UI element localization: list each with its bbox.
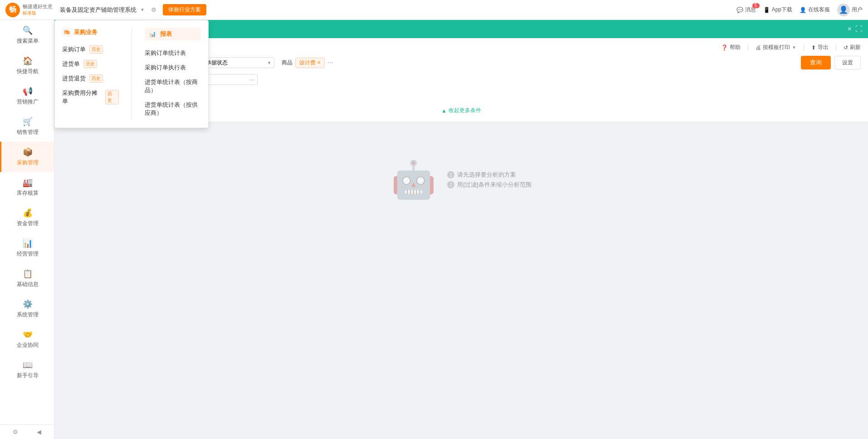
menu-item-purchase-order-exec[interactable]: 采购订单执行表 (145, 60, 201, 75)
menu-item-purchase-expense[interactable]: 采购费用分摊单 历史 (62, 86, 119, 109)
divider-1 (748, 44, 748, 51)
export-icon: ⬆ (811, 44, 816, 51)
export-btn[interactable]: ⬆ 导出 (811, 44, 829, 51)
header-middle: 装备及固定资产辅助管理系统 ▼ ⚙ 体验行业方案 (60, 4, 736, 15)
sidebar-item-enterprise[interactable]: 🤝 企业协同 (0, 324, 54, 355)
system-title: 装备及固定资产辅助管理系统 (60, 6, 137, 14)
tab-close-all-btn[interactable]: × (848, 25, 852, 33)
sidebar-settings-btn[interactable]: ⚙ (13, 429, 18, 435)
message-icon: 💬 (736, 7, 743, 13)
message-btn[interactable]: 💬 消息 5 (736, 6, 756, 14)
refresh-btn[interactable]: ↺ 刷新 (844, 44, 861, 51)
sidebar: 🔍 搜索菜单 🏠 快捷导航 📢 营销推广 🛒 销售管理 📦 采购管理 🏭 库存核… (0, 20, 54, 439)
sales-icon: 🛒 (23, 117, 33, 127)
system-title-dropdown[interactable]: ▼ (140, 7, 145, 12)
goods-tag-close-btn[interactable]: × (317, 59, 321, 66)
empty-tip-1: 1 请先选择要分析的方案 (447, 171, 531, 179)
menu-item-goods-stat-by-supplier[interactable]: 进货单统计表（按供应商） (145, 98, 201, 120)
app-download-btn[interactable]: 📱 App下载 (763, 6, 792, 14)
purchase-title-icon: 🛍 (62, 28, 71, 37)
sidebar-item-marketing[interactable]: 📢 营销推广 (0, 81, 54, 111)
tip-num-2: 2 (447, 181, 454, 188)
goods-field: 商品 设计费 × ··· (282, 58, 333, 68)
query-actions: 查询 设置 (801, 56, 861, 69)
marketing-icon: 📢 (23, 86, 33, 96)
sidebar-item-search[interactable]: 🔍 搜索菜单 (0, 20, 54, 50)
menu-divider (132, 28, 132, 120)
sidebar-item-inventory[interactable]: 🏭 库存核算 (0, 172, 54, 202)
sidebar-collapse-btn[interactable]: ◀ (37, 429, 41, 435)
goods-more-btn[interactable]: ··· (327, 59, 333, 67)
history-tag-2: 历史 (89, 74, 103, 83)
print-dropdown-icon: ▼ (792, 45, 796, 50)
message-badge: 5 (752, 3, 760, 8)
print-icon: 🖨 (756, 44, 761, 51)
goods-label: 商品 (282, 59, 293, 67)
order-status-select[interactable]: 单据状态 (202, 57, 274, 68)
query-btn[interactable]: 查询 (801, 56, 831, 69)
sidebar-item-sales[interactable]: 🛒 销售管理 (0, 111, 54, 142)
sidebar-bottom: ⚙ ◀ (0, 424, 54, 439)
logo-badge: 标准版 (23, 10, 53, 16)
sidebar-item-guide[interactable]: 📖 新手引导 (0, 355, 54, 385)
tab-expand-btn[interactable]: ⛶ (855, 25, 863, 33)
purchase-menu-column: 🛍 采购业务 采购订单 历史 进货单 历史 进货退货 历史 采购费用分摊单 历史 (62, 28, 119, 120)
purchase-icon: 📦 (23, 147, 33, 157)
finance-icon: 💰 (23, 208, 33, 218)
history-tag-3: 历史 (105, 90, 118, 104)
menu-item-goods-stat-by-goods[interactable]: 进货单统计表（按商品） (145, 75, 201, 98)
avatar: 👤 (837, 4, 850, 16)
user-btn[interactable]: 👤 用户 (837, 4, 863, 16)
history-tag-1: 历史 (83, 60, 97, 68)
sidebar-item-purchase[interactable]: 📦 采购管理 (0, 142, 54, 172)
collapse-up-icon: ▲ (441, 108, 447, 114)
sidebar-item-basic-info[interactable]: 📋 基础信息 (0, 263, 54, 294)
search-icon: 🔍 (23, 25, 33, 35)
logo-icon: 畅 (5, 3, 20, 17)
industry-btn[interactable]: 体验行业方案 (163, 4, 206, 15)
home-icon: 🏠 (23, 56, 33, 66)
inventory-icon: 🏭 (23, 178, 33, 187)
sidebar-item-system[interactable]: ⚙️ 系统管理 (0, 294, 54, 324)
menu-item-purchase-order-stat[interactable]: 采购订单统计表 (145, 46, 201, 60)
menu-item-goods-return[interactable]: 进货退货 历史 (62, 71, 119, 86)
divider-3 (836, 44, 836, 51)
logo-text: 畅捷通好生意 (23, 3, 53, 10)
goods-tag: 设计费 × (295, 58, 325, 68)
purchase-dropdown-menu: 🛍 采购业务 采购订单 历史 进货单 历史 进货退货 历史 采购费用分摊单 历史… (54, 20, 209, 128)
system-icon: ⚙️ (23, 299, 33, 309)
empty-state-illustration: 🤖 (391, 158, 436, 201)
empty-tip-2: 2 用[过滤]条件来缩小分析范围 (447, 181, 531, 189)
header-settings-btn[interactable]: ⚙ (148, 5, 159, 15)
divider-2 (804, 44, 804, 51)
sidebar-item-quick-nav[interactable]: 🏠 快捷导航 (0, 50, 54, 81)
history-tag-0: 历史 (89, 45, 103, 54)
sidebar-item-operations[interactable]: 📊 经营管理 (0, 233, 54, 263)
sidebar-item-finance[interactable]: 💰 资金管理 (0, 202, 54, 233)
order-status-select-wrap: 单据状态 ▼ (202, 57, 274, 68)
refresh-icon: ↺ (844, 44, 848, 51)
header-right: 💬 消息 5 📱 App下载 👤 在线客服 👤 用户 (736, 4, 863, 16)
settings-action-btn[interactable]: 设置 (834, 56, 861, 69)
basic-info-icon: 📋 (23, 269, 33, 279)
empty-tips: 1 请先选择要分析的方案 2 用[过滤]条件来缩小分析范围 (447, 169, 531, 191)
menu-item-goods-receipt[interactable]: 进货单 历史 (62, 57, 119, 71)
print-btn[interactable]: 🖨 按模板打印 ▼ (756, 44, 796, 51)
purchase-column-title: 🛍 采购业务 (62, 28, 119, 37)
phone-icon: 📱 (763, 7, 770, 13)
online-service-btn[interactable]: 👤 在线客服 (800, 6, 830, 14)
tip-num-1: 1 (447, 171, 454, 178)
service-icon: 👤 (800, 7, 806, 13)
menu-item-purchase-order[interactable]: 采购订单 历史 (62, 42, 119, 57)
tab-bar-right: × ⛶ (848, 25, 863, 33)
report-menu-column: 📊 报表 采购订单统计表 采购订单执行表 进货单统计表（按商品） 进货单统计表（… (145, 28, 201, 120)
guide-icon: 📖 (23, 360, 33, 370)
operations-icon: 📊 (23, 238, 33, 248)
report-title-icon: 📊 (148, 30, 157, 39)
help-btn[interactable]: ❓ 帮助 (721, 44, 741, 51)
empty-state-content: 🤖 1 请先选择要分析的方案 2 用[过滤]条件来缩小分析范围 (391, 158, 531, 201)
enterprise-icon: 🤝 (23, 330, 33, 340)
empty-state: 🤖 1 请先选择要分析的方案 2 用[过滤]条件来缩小分析范围 (54, 122, 868, 237)
logo-area: 畅 畅捷通好生意 标准版 (5, 3, 60, 17)
help-icon: ❓ (721, 44, 728, 51)
